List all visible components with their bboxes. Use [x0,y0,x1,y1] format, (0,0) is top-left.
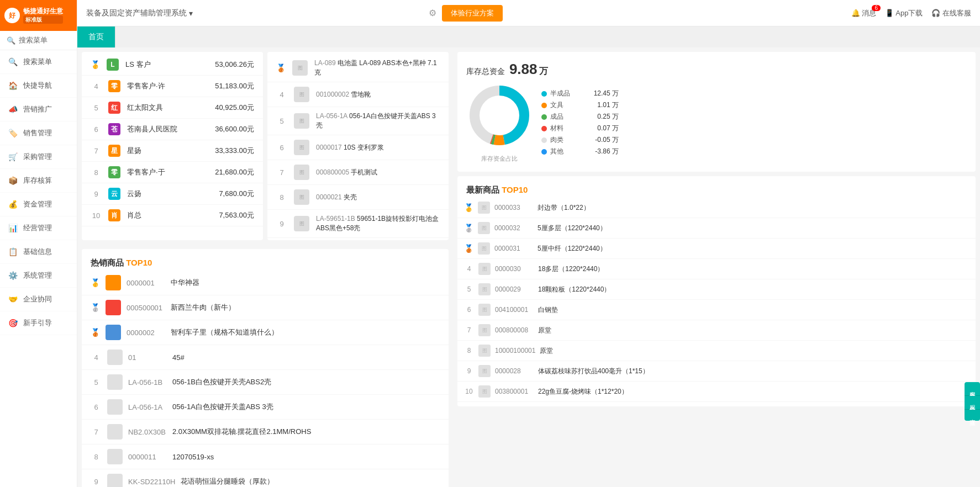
sidebar-item-sales[interactable]: 🏷️ 销售管理 [0,121,77,145]
sidebar-search[interactable]: 🔍 搜索菜单 [0,31,77,50]
legend-label: 肉类 [550,135,592,145]
phone-icon: 📱 [885,9,894,17]
sidebar-item-finance[interactable]: 💰 资金管理 [0,193,77,216]
legend-item: 其他 -3.86 万 [541,147,619,156]
rank-num: 6 [276,144,287,152]
legend-dot [541,149,547,155]
product-ranking-item: 6 图 0000017 10S 变利罗浆 [267,135,449,160]
sidebar-item-quick-nav[interactable]: 🏠 快捷导航 [0,74,77,98]
float-btn-service[interactable]: 客服热线 [965,382,980,396]
inventory-amount: 9.88 [509,61,538,77]
sidebar-item-guide[interactable]: 🎯 新手引导 [0,311,77,335]
chart-area: 库存资金占比 半成品 12.45 万 文具 1.01 万 成品 0.25 万 材… [466,82,967,163]
newest-code: 003800001 [495,388,534,395]
hot-product-item: 4 01 45# [82,345,449,370]
rank-num: 4 [276,91,287,99]
sidebar-item-inventory[interactable]: 📦 库存核算 [0,169,77,193]
newest-img: 图 [478,385,491,398]
inventory-title-text: 库存总资金 [466,67,505,76]
sidebar-item-marketing[interactable]: 📣 营销推广 [0,98,77,121]
product-rank: 6 [91,403,102,411]
legend-dot [541,91,547,97]
inventory-icon: 📦 [8,176,18,186]
app-download[interactable]: 📱 App下载 [885,8,923,18]
purchase-icon: 🛒 [8,152,18,162]
product-ranking-item: 7 图 000800005 手机测试 [267,160,449,185]
newest-title: 最新商品 TOP10 [457,181,976,198]
hot-product-item: 9 KK-SD22110H 花语萌恒温分腿睡袋（厚款） [82,469,449,487]
customer-amount: 33,333.00元 [215,146,254,156]
float-btn-community[interactable]: 服务社区 [965,396,980,410]
sidebar-item-system[interactable]: ⚙️ 系统管理 [0,264,77,288]
medal-bronze-icon: 🥉 [91,328,100,337]
main-area: 装备及固定资产辅助管理系统 ▾ ⚙ 体验行业方案 🔔 消息 6 📱 App下载 … [77,0,980,487]
newest-product-item: 🥇 图 0000033 封边带（1.0*22） [457,198,976,218]
topbar-right: 🔔 消息 6 📱 App下载 🎧 在线客服 [851,8,971,18]
basic-icon: 📋 [8,247,18,257]
legend-label: 文具 [550,100,594,110]
right-panel: 库存总资金 9.88 万 [453,47,980,487]
topbar: 装备及固定资产辅助管理系统 ▾ ⚙ 体验行业方案 🔔 消息 6 📱 App下载 … [77,0,980,27]
sidebar-item-operation[interactable]: 📊 经营管理 [0,216,77,240]
inventory-amount-display: 9.88 万 [509,67,549,76]
newest-code: 10000100001 [495,347,535,354]
rank-badge: 云 [108,188,120,200]
rank-num: 8 [91,168,102,177]
legend-item: 半成品 12.45 万 [541,89,619,98]
newest-code: 0000029 [495,285,534,293]
float-btn-live[interactable]: 直播 [965,410,980,421]
left-panel: 🥇 L LS 客户 53,006.26元4 零 零售客户·许 51,183.00… [77,47,453,487]
inventory-title: 库存总资金 9.88 万 [466,61,967,78]
product-name: 12070519-xs [172,453,440,461]
online-service[interactable]: 🎧 在线客服 [931,8,971,18]
logo-icon: 好 [4,8,20,23]
notification-bell[interactable]: 🔔 消息 6 [851,8,877,18]
newest-img: 图 [478,263,491,275]
sidebar-item-enterprise[interactable]: 🤝 企业协同 [0,288,77,311]
ranking-panels-row: 🥇 L LS 客户 53,006.26元4 零 零售客户·许 51,183.00… [77,47,453,245]
nav-label-quick-nav: 快捷导航 [23,81,52,91]
sidebar-item-basic[interactable]: 📋 基础信息 [0,240,77,264]
rank-num: 5 [276,117,287,125]
rank-num: 7 [276,168,287,177]
customer-name: 零售客户·于 [127,167,208,177]
customer-ranking-item: 6 苍 苍南县人民医院 36,600.00元 [82,119,263,140]
tab-home[interactable]: 首页 [77,27,115,47]
product-name: 056-1B白色按键开关壳ABS2壳 [172,377,440,387]
customer-ranking-item: 🥇 L LS 客户 53,006.26元 [82,54,263,76]
legend-label: 其他 [550,147,592,156]
rank-badge: 肖 [108,209,120,221]
operation-icon: 📊 [8,223,18,233]
customer-amount: 21,680.00元 [215,167,254,177]
legend-label: 成品 [550,112,594,121]
product-info: LA-056-1A 056-1A白色按键开关盖ABS 3壳 [316,112,440,130]
newest-name: 5厘中纤（1220*2440） [538,244,969,253]
medal-bronze-icon: 🥉 [464,244,473,253]
system-name-dropdown[interactable]: 装备及固定资产辅助管理系统 ▾ [86,8,423,18]
newest-rank: 9 [464,367,474,375]
product-rank: 4 [91,353,102,362]
customer-name: 零售客户·许 [127,81,208,91]
bell-icon: 🔔 [851,9,860,17]
legend-value: 1.01 万 [597,100,619,110]
legend-label: 材料 [550,124,594,133]
page-tabs: 首页 [77,27,980,47]
hot-product-item: 🥈 000500001 新西兰牛肉（新牛） [82,295,449,320]
product-ranking-item: 4 图 001000002 雪地靴 [267,82,449,107]
content-area: 🥇 L LS 客户 53,006.26元4 零 零售客户·许 51,183.00… [77,47,980,487]
float-service: 客服热线 服务社区 直播 [965,382,980,421]
product-img [107,374,123,390]
newest-code: 004100001 [495,306,534,314]
sidebar-logo: 好 畅捷通好生意 标准版 [0,0,77,31]
settings-icon[interactable]: ⚙ [429,8,436,18]
sidebar-item-purchase[interactable]: 🛒 采购管理 [0,145,77,169]
newest-product-item: 🥉 图 0000031 5厘中纤（1220*2440） [457,239,976,259]
search-icon: 🔍 [7,36,15,45]
product-info: LA-089 电池盖 LA-089 ABS本色+黑种 7.1克 [314,59,440,77]
product-img [107,350,123,365]
legend-item: 材料 0.07 万 [541,124,619,133]
customer-ranking-item: 9 云 云扬 7,680.00元 [82,183,263,205]
newest-img: 图 [478,324,491,336]
sidebar-item-search[interactable]: 🔍 搜索菜单 [0,50,77,74]
try-btn[interactable]: 体验行业方案 [442,5,503,22]
